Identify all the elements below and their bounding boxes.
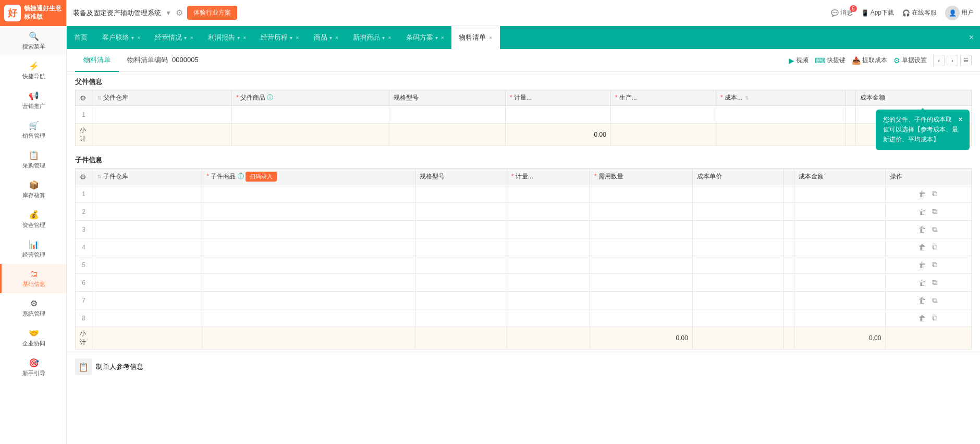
view-video-btn[interactable]: ▶ 视频 (789, 56, 808, 65)
child-row-5-goods[interactable] (202, 256, 415, 274)
nav-close-all-btn[interactable]: × (963, 33, 980, 42)
sidebar-item-search[interactable]: 🔍 搜索菜单 (0, 26, 66, 56)
child-row-1-spec[interactable] (415, 185, 507, 203)
child-row-1-goods[interactable] (202, 185, 415, 203)
tab-goods-close[interactable]: × (335, 34, 338, 41)
nav-prev-btn[interactable]: ‹ (933, 55, 945, 66)
child-row-1-copy-btn[interactable]: ⧉ (929, 189, 940, 199)
child-row-5-unit-cost[interactable] (692, 256, 783, 274)
app-download-btn[interactable]: 📱 App下载 (861, 8, 894, 17)
child-row-6-copy-btn[interactable]: ⧉ (929, 278, 940, 288)
child-row-4-quantity[interactable] (590, 238, 692, 256)
sidebar-item-inventory[interactable]: 📦 库存核算 (0, 175, 66, 205)
parent-settings-icon[interactable]: ⚙ (80, 94, 87, 102)
child-row-8-quantity[interactable] (590, 309, 692, 327)
tab-barcode[interactable]: 条码方案 ▾ × (399, 26, 451, 49)
child-row-7-unit[interactable] (507, 292, 590, 309)
tab-profit-close[interactable]: × (243, 34, 246, 41)
child-row-6-warehouse[interactable] (92, 274, 202, 292)
tab-barcode-close[interactable]: × (441, 34, 444, 41)
sidebar-item-finance[interactable]: 💰 资金管理 (0, 205, 66, 234)
child-row-3-warehouse[interactable] (92, 221, 202, 238)
user-btn[interactable]: 👤 用户 (945, 6, 974, 20)
sub-tab-bom-list[interactable]: 物料清单 (75, 49, 119, 72)
child-row-3-spec[interactable] (415, 221, 507, 238)
tab-new-goods[interactable]: 新增商品 ▾ × (346, 26, 398, 49)
child-row-2-unit-cost[interactable] (692, 203, 783, 221)
sidebar-item-guide[interactable]: 🎯 新手引导 (0, 353, 66, 382)
child-row-3-unit[interactable] (507, 221, 590, 238)
child-row-7-warehouse[interactable] (92, 292, 202, 309)
child-row-5-copy-btn[interactable]: ⧉ (929, 260, 940, 270)
tab-operation-close[interactable]: × (190, 34, 193, 41)
child-row-5-delete-btn[interactable]: 🗑 (917, 260, 927, 270)
child-row-8-unit[interactable] (507, 309, 590, 327)
tab-goods[interactable]: 商品 ▾ × (307, 26, 346, 49)
child-row-2-spec[interactable] (415, 203, 507, 221)
parent-row-1-cost[interactable] (716, 106, 845, 124)
parent-row-1-unit[interactable] (505, 106, 610, 124)
child-row-1-quantity[interactable] (590, 185, 692, 203)
child-row-7-copy-btn[interactable]: ⧉ (929, 295, 940, 306)
trial-button[interactable]: 体验行业方案 (187, 6, 237, 20)
child-row-2-copy-btn[interactable]: ⧉ (929, 207, 940, 217)
parent-row-1-production[interactable] (610, 106, 716, 124)
sub-tab-bom-code[interactable]: 物料清单编码 0000005 (119, 49, 207, 72)
child-row-1-warehouse[interactable] (92, 185, 202, 203)
sidebar-item-purchase[interactable]: 📋 采购管理 (0, 145, 66, 175)
parent-row-1-goods[interactable] (232, 106, 389, 124)
child-row-6-quantity[interactable] (590, 274, 692, 292)
child-row-4-goods[interactable] (202, 238, 415, 256)
sidebar-item-quick-nav[interactable]: ⚡ 快捷导航 (0, 56, 66, 86)
tab-customer-close[interactable]: × (137, 34, 140, 41)
child-row-4-warehouse[interactable] (92, 238, 202, 256)
child-row-3-copy-btn[interactable]: ⧉ (929, 224, 940, 235)
single-settings-btn[interactable]: ⚙ 单据设置 (893, 56, 927, 65)
child-row-1-unit[interactable] (507, 185, 590, 203)
child-row-1-unit-cost[interactable] (692, 185, 783, 203)
child-row-2-delete-btn[interactable]: 🗑 (917, 207, 927, 217)
sidebar-item-enterprise[interactable]: 🤝 企业协同 (0, 323, 66, 353)
child-row-8-delete-btn[interactable]: 🗑 (917, 313, 927, 323)
child-row-4-spec[interactable] (415, 238, 507, 256)
child-row-7-spec[interactable] (415, 292, 507, 309)
scan-btn[interactable]: 扫码录入 (246, 172, 277, 182)
header-settings-icon[interactable]: ⚙ (176, 8, 183, 18)
child-row-8-unit-cost[interactable] (692, 309, 783, 327)
tab-profit[interactable]: 利润报告 ▾ × (201, 26, 253, 49)
child-row-7-quantity[interactable] (590, 292, 692, 309)
child-row-2-quantity[interactable] (590, 203, 692, 221)
child-row-2-unit[interactable] (507, 203, 590, 221)
child-row-3-goods[interactable] (202, 221, 415, 238)
tab-history-close[interactable]: × (296, 34, 299, 41)
tab-customer[interactable]: 客户联络 ▾ × (95, 26, 148, 49)
child-row-3-unit-cost[interactable] (692, 221, 783, 238)
child-row-6-delete-btn[interactable]: 🗑 (917, 278, 927, 288)
tooltip-close-btn[interactable]: × (959, 115, 962, 125)
tab-bom-close[interactable]: × (489, 34, 492, 41)
tab-bom[interactable]: 物料清单 × (451, 26, 499, 49)
sidebar-item-basic-info[interactable]: 🗂 基础信息 (0, 264, 66, 293)
sidebar-item-system[interactable]: ⚙ 系统管理 (0, 293, 66, 323)
child-row-6-goods[interactable] (202, 274, 415, 292)
tab-home[interactable]: 首页 (67, 26, 95, 49)
child-row-4-unit-cost[interactable] (692, 238, 783, 256)
child-row-4-copy-btn[interactable]: ⧉ (929, 242, 940, 253)
child-row-7-goods[interactable] (202, 292, 415, 309)
child-row-7-delete-btn[interactable]: 🗑 (917, 295, 927, 306)
sidebar-item-operations[interactable]: 📊 经营管理 (0, 234, 66, 264)
child-row-8-goods[interactable] (202, 309, 415, 327)
child-row-5-unit[interactable] (507, 256, 590, 274)
child-row-6-unit[interactable] (507, 274, 590, 292)
online-service-btn[interactable]: 🎧 在线客服 (902, 8, 937, 17)
sidebar-item-marketing[interactable]: 📢 营销推广 (0, 86, 66, 115)
child-row-5-spec[interactable] (415, 256, 507, 274)
child-row-5-quantity[interactable] (590, 256, 692, 274)
child-row-2-goods[interactable] (202, 203, 415, 221)
tab-new-goods-close[interactable]: × (388, 34, 391, 41)
child-row-8-copy-btn[interactable]: ⧉ (929, 313, 940, 323)
child-row-2-warehouse[interactable] (92, 203, 202, 221)
child-row-8-warehouse[interactable] (92, 309, 202, 327)
child-row-5-warehouse[interactable] (92, 256, 202, 274)
nav-next-btn[interactable]: › (947, 55, 958, 66)
